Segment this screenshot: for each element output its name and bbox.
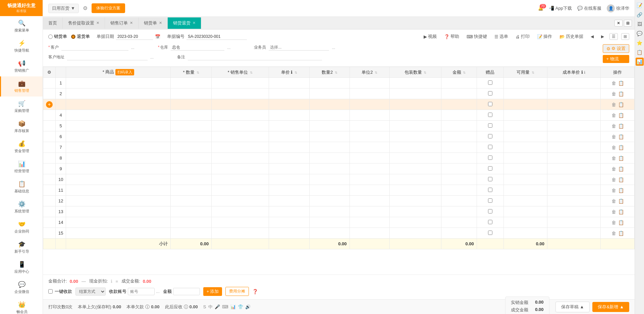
- product-cell[interactable]: [66, 196, 171, 206]
- unit-price-cell[interactable]: [269, 164, 310, 174]
- gift-checkbox[interactable]: [488, 198, 492, 203]
- qty-cell[interactable]: [171, 99, 212, 110]
- copy-icon[interactable]: 📋: [618, 145, 624, 150]
- gift-checkbox[interactable]: [488, 102, 492, 106]
- date-input[interactable]: [116, 34, 153, 40]
- unit-price-cell[interactable]: [269, 174, 310, 185]
- sort-icon[interactable]: ⇅: [197, 71, 199, 74]
- unit-price-cell[interactable]: [269, 196, 310, 206]
- pkg-qty-cell[interactable]: [389, 228, 441, 239]
- gift-cell[interactable]: [477, 164, 503, 174]
- rs-star[interactable]: ⭐: [636, 39, 644, 47]
- column-settings-icon[interactable]: ⚙: [47, 70, 51, 75]
- qty2-cell[interactable]: [310, 228, 350, 239]
- qty2-cell[interactable]: [310, 174, 350, 185]
- gift-checkbox[interactable]: [488, 209, 492, 213]
- gift-cell[interactable]: [477, 153, 503, 164]
- delete-icon[interactable]: 🗑: [611, 209, 616, 214]
- sales-unit-cell[interactable]: [212, 121, 269, 131]
- tab-home[interactable]: 首页: [43, 17, 63, 29]
- toolbar-icon-2[interactable]: 中: [208, 304, 213, 310]
- toolbar-icon-4[interactable]: ⌨: [222, 304, 228, 309]
- unit2-cell[interactable]: [350, 78, 389, 88]
- unit2-cell[interactable]: [350, 121, 389, 131]
- copy-icon[interactable]: 📋: [618, 220, 624, 225]
- app-download-button[interactable]: 📲 App下载: [549, 5, 572, 11]
- delete-icon[interactable]: 🗑: [611, 91, 616, 97]
- qty-cell[interactable]: [171, 164, 212, 174]
- sidebar-item-inventory[interactable]: 📦 库存核算: [0, 117, 43, 137]
- qty2-cell[interactable]: [310, 78, 350, 88]
- unit2-cell[interactable]: [350, 88, 389, 99]
- online-service-button[interactable]: 💬 在线客服: [577, 5, 601, 11]
- sales-unit-cell[interactable]: [212, 206, 269, 217]
- copy-icon[interactable]: 📋: [618, 113, 624, 118]
- gift-cell[interactable]: [477, 78, 503, 88]
- qty2-cell[interactable]: [310, 153, 350, 164]
- user-profile-button[interactable]: 👤 徐泽华: [607, 4, 629, 12]
- gift-checkbox[interactable]: [488, 123, 492, 128]
- amount-cell[interactable]: [441, 217, 477, 228]
- sidebar-item-sales[interactable]: 💼 销售管理: [0, 76, 43, 97]
- copy-icon[interactable]: 📋: [618, 166, 624, 172]
- delete-icon[interactable]: 🗑: [611, 123, 616, 129]
- qty-cell[interactable]: [171, 131, 212, 142]
- amount-cell[interactable]: [441, 228, 477, 239]
- gift-checkbox[interactable]: [488, 134, 492, 138]
- sidebar-item-finance[interactable]: 💰 资金管理: [0, 137, 43, 157]
- qty-cell[interactable]: [171, 174, 212, 185]
- copy-icon[interactable]: 📋: [618, 209, 624, 214]
- unit-price-cell[interactable]: [269, 217, 310, 228]
- copy-icon[interactable]: 📋: [618, 123, 624, 129]
- qty-cell[interactable]: [171, 206, 212, 217]
- sidebar-item-system[interactable]: ⚙️ 系统管理: [0, 197, 43, 217]
- sidebar-item-shortcut[interactable]: ⚡ 快捷导航: [0, 36, 43, 56]
- history-button[interactable]: 📂 历史单据: [557, 33, 585, 40]
- amount-cell[interactable]: [441, 99, 477, 110]
- sales-unit-cell[interactable]: [212, 228, 269, 239]
- delete-icon[interactable]: 🗑: [611, 102, 616, 107]
- pkg-qty-cell[interactable]: [389, 185, 441, 196]
- gift-checkbox[interactable]: [488, 231, 492, 235]
- product-cell[interactable]: [66, 78, 171, 88]
- gift-cell[interactable]: [477, 142, 503, 153]
- unit-price-cell[interactable]: [269, 142, 310, 153]
- amount-cell[interactable]: [441, 88, 477, 99]
- view-toggle-list[interactable]: ☰: [609, 33, 618, 40]
- shortcut-button[interactable]: ⌨ 快捷键: [465, 33, 489, 40]
- remark-input[interactable]: [188, 54, 322, 60]
- amount-cell[interactable]: [441, 164, 477, 174]
- amount-cell[interactable]: [441, 206, 477, 217]
- sort-icon[interactable]: ⇅: [250, 71, 253, 74]
- product-cell[interactable]: [66, 131, 171, 142]
- debit-help-icon[interactable]: ⓘ: [145, 304, 150, 310]
- qty-cell[interactable]: [171, 78, 212, 88]
- gift-cell[interactable]: [477, 185, 503, 196]
- save-new-button[interactable]: 保存&新增 ▲: [592, 302, 629, 312]
- unit-price-cell[interactable]: [269, 88, 310, 99]
- toolbar-icon-7[interactable]: 🔊: [245, 304, 251, 309]
- tab-close-button[interactable]: ✕: [614, 20, 623, 26]
- rs-link[interactable]: 🔗: [636, 11, 644, 19]
- tab-maximize-button[interactable]: ⊞: [624, 20, 632, 26]
- toolbar-icon-6[interactable]: 👕: [238, 304, 243, 309]
- help-icon[interactable]: ℹ: [111, 279, 112, 284]
- view-toggle-grid[interactable]: ⊞: [621, 33, 629, 40]
- unit2-cell[interactable]: [350, 228, 389, 239]
- tab-sales-return[interactable]: 销货退货 ✕: [168, 17, 201, 29]
- sales-unit-cell[interactable]: [212, 153, 269, 164]
- sales-unit-cell[interactable]: [212, 88, 269, 99]
- sidebar-item-operations[interactable]: 📊 经营管理: [0, 157, 43, 177]
- unit2-cell[interactable]: [350, 110, 389, 121]
- payment-checkbox[interactable]: [48, 289, 53, 294]
- fee-help-icon[interactable]: ❓: [252, 289, 258, 294]
- sort-icon[interactable]: ⇅: [532, 71, 534, 74]
- product-input[interactable]: [69, 81, 168, 85]
- copy-icon[interactable]: 📋: [618, 198, 624, 204]
- rs-copy2[interactable]: 📋: [636, 48, 644, 56]
- select-button[interactable]: ☰ 选单: [492, 33, 510, 40]
- pkg-qty-cell[interactable]: [389, 164, 441, 174]
- qty2-cell[interactable]: [310, 99, 350, 110]
- pkg-qty-cell[interactable]: [389, 142, 441, 153]
- copy-icon[interactable]: 📋: [618, 177, 624, 182]
